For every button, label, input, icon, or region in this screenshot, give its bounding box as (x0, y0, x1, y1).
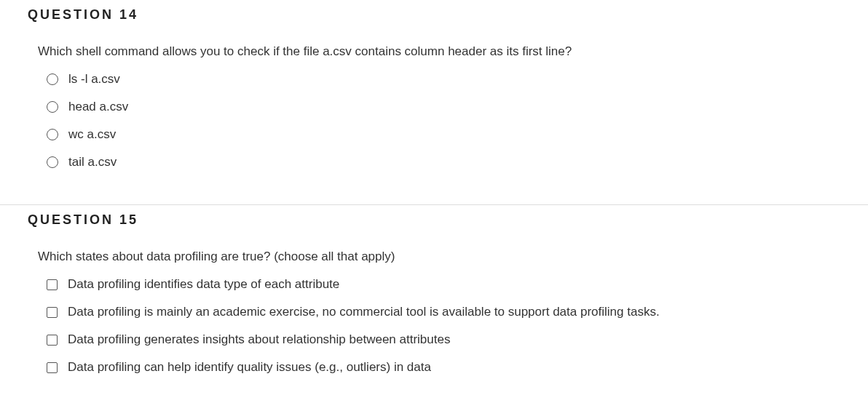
radio-option[interactable] (47, 101, 58, 113)
option-label: Data profiling can help identify quality… (68, 360, 431, 375)
question-prompt: Which shell command allows you to check … (38, 44, 868, 59)
option-row: Data profiling is mainly an academic exe… (47, 305, 868, 319)
option-label: wc a.csv (68, 127, 116, 142)
options-list: Data profiling identifies data type of e… (47, 277, 868, 375)
checkbox-option[interactable] (47, 335, 58, 346)
option-label: head a.csv (68, 100, 128, 114)
option-row: Data profiling generates insights about … (47, 332, 868, 347)
option-row: Data profiling identifies data type of e… (47, 277, 868, 292)
checkbox-option[interactable] (47, 362, 58, 373)
question-15-block: QUESTION 15 Which states about data prof… (0, 205, 868, 410)
option-label: ls -l a.csv (68, 72, 120, 87)
question-prompt: Which states about data profiling are tr… (38, 250, 868, 264)
option-row: wc a.csv (47, 127, 868, 142)
radio-option[interactable] (47, 73, 58, 85)
option-label: tail a.csv (68, 155, 117, 169)
option-row: head a.csv (47, 100, 868, 114)
question-title: QUESTION 14 (28, 7, 868, 23)
option-label: Data profiling generates insights about … (68, 332, 450, 347)
option-label: Data profiling is mainly an academic exe… (68, 305, 660, 319)
options-list: ls -l a.csv head a.csv wc a.csv tail a.c… (47, 72, 868, 169)
option-row: ls -l a.csv (47, 72, 868, 87)
radio-option[interactable] (47, 156, 58, 168)
checkbox-option[interactable] (47, 307, 58, 318)
question-title: QUESTION 15 (28, 212, 868, 228)
radio-option[interactable] (47, 129, 58, 140)
question-14-block: QUESTION 14 Which shell command allows y… (0, 0, 868, 204)
checkbox-option[interactable] (47, 279, 58, 290)
option-label: Data profiling identifies data type of e… (68, 277, 339, 292)
option-row: tail a.csv (47, 155, 868, 169)
option-row: Data profiling can help identify quality… (47, 360, 868, 375)
